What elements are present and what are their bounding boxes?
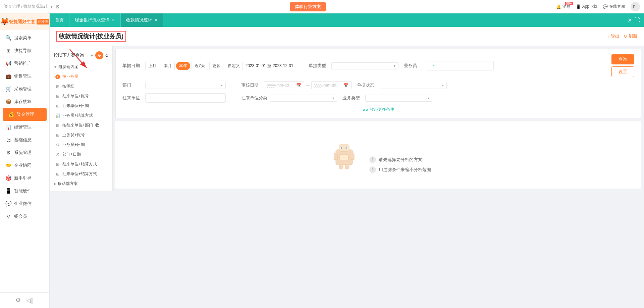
scheme-item-by-unit-settle1[interactable]: ⊞ 往来单位+结算方式	[50, 159, 112, 169]
salesman-more-icon[interactable]: ···	[431, 63, 435, 69]
top-header-left: 资金管理 / 收款情况统计 ▾ ⚙	[4, 4, 60, 10]
sidebar-item-operations[interactable]: 📊 经营管理	[0, 121, 49, 134]
scheme-item-by-unit-settle2[interactable]: ⊞ 往来单位+结算方式	[50, 169, 112, 179]
collection-stats-tab-close[interactable]: ✕	[154, 18, 158, 22]
scheme-label-by-unit-settle2: 往来单位+结算方式	[62, 171, 97, 177]
date-btn-自定义[interactable]: 自定义	[225, 62, 243, 70]
scheme-item-by-salesman-date[interactable]: ⚙ 业务员+日期	[50, 140, 112, 150]
dropdown-icon[interactable]: ▾	[50, 4, 53, 9]
voucher-type-select[interactable]: ▾	[331, 62, 398, 69]
empty-state: 1 请先选择要分析的方案 2 用过滤条件来缩小分析范围	[115, 121, 641, 189]
sidebar-item-system[interactable]: ⚙ 系统管理	[0, 146, 49, 159]
mobile-scheme-section[interactable]: ▶ 移动端方案	[50, 179, 112, 189]
svg-rect-8	[334, 153, 337, 160]
review-date-from[interactable]: yyyy-mm-dd 📅	[264, 81, 304, 89]
sidebar-label-sales: 销售管理	[14, 73, 32, 79]
sidebar-item-quick-nav[interactable]: ⊞ 快捷导航	[0, 44, 49, 57]
search-panel: 单据日期 上月本月本年近7天更多自定义 2023-01-01 至 2023-12…	[115, 49, 641, 118]
tab-maximize-icon[interactable]: ⛶	[635, 17, 640, 23]
sidebar-label-member: 畅会员	[14, 213, 27, 219]
sidebar-item-smart-hw[interactable]: 📱 智能硬件	[0, 185, 49, 197]
salesman-select[interactable]: ···	[427, 61, 494, 70]
sidebar-item-sales[interactable]: 💼 销售管理	[0, 70, 49, 83]
app-download-area[interactable]: 📱 App下载	[576, 4, 597, 9]
date-btn-上月[interactable]: 上月	[145, 62, 159, 70]
scheme-item-by-unit-account[interactable]: ⊞ 往来单位+账号	[50, 91, 112, 101]
scheme-icon-by-unit-settle2: ⊞	[55, 171, 60, 177]
date-btn-更多[interactable]: 更多	[209, 62, 223, 70]
sidebar-item-basic-info[interactable]: 🗂 基础信息	[0, 134, 49, 146]
refresh-button[interactable]: ↻ 刷新	[624, 33, 637, 39]
online-service-label: 在线客服	[609, 4, 625, 9]
sidebar-item-marketing[interactable]: 📢 营销推广	[0, 57, 49, 70]
sidebar-item-corp-collab[interactable]: 🤝 企业协同	[0, 159, 49, 172]
date-btn-近7天[interactable]: 近7天	[192, 62, 208, 70]
dept-label: 部门	[122, 82, 143, 88]
add-scheme-btn[interactable]: +	[91, 53, 93, 58]
logo-area: 🦊 畅捷通好生意 标准版	[0, 13, 49, 30]
sidebar-icon-sales: 💼	[5, 73, 11, 79]
scheme-item-by-unit-date[interactable]: ⊞ 往来单位+日期	[50, 101, 112, 111]
review-date-to[interactable]: yyyy-mm-dd 📅	[311, 81, 352, 89]
user-avatar[interactable]: Rit	[631, 2, 640, 11]
query-button[interactable]: 查询	[611, 54, 634, 64]
scheme-item-by-unit-dept[interactable]: ⊞ 按往来单位+部门+收...	[50, 120, 112, 130]
counterpart-select[interactable]: ···	[145, 93, 226, 103]
tab-bank-flow[interactable]: 现金银行流水查询 ✕	[69, 13, 121, 27]
sidebar-item-new-guide[interactable]: 🎯 新手引导	[0, 172, 49, 185]
sidebar-settings-btn[interactable]: ⚙	[14, 295, 22, 305]
pc-section-label: 电脑端方案	[58, 64, 78, 70]
counterpart-more-icon[interactable]: ···	[150, 95, 154, 101]
date-field-label: 单据日期	[122, 63, 143, 69]
left-panel: 按以下方案查询 + ⚙ «	[50, 46, 113, 191]
scheme-item-by-salesman-account[interactable]: ⊞ 业务员+账号	[50, 130, 112, 140]
collapse-button[interactable]: ∧∧ 收起更多条件	[363, 107, 394, 112]
messages-area[interactable]: 🔔 消息 99+	[556, 4, 571, 9]
sidebar-collapse-btn[interactable]: ◁‖	[25, 295, 35, 305]
voucher-status-select[interactable]: ▾	[380, 82, 447, 89]
online-service-area[interactable]: 💬 在线客服	[603, 4, 625, 9]
sidebar-item-corp-wechat[interactable]: 💬 企业微信	[0, 197, 49, 210]
content-area: 首页 现金银行流水查询 ✕ 收款情况统计 ✕ ✕ ⛶ 收款情况统计(按业务员)	[50, 13, 644, 308]
trial-button[interactable]: 体验行业方案	[290, 2, 326, 11]
sidebar-icon-operations: 📊	[5, 124, 11, 130]
set-button[interactable]: 设置	[611, 66, 634, 77]
svg-point-7	[346, 147, 347, 149]
scheme-settings-btn[interactable]: ⚙	[95, 51, 103, 59]
tab-collection-stats[interactable]: 收款情况统计 ✕	[121, 13, 163, 27]
svg-rect-11	[345, 164, 349, 169]
tab-home[interactable]: 首页	[50, 13, 69, 27]
tab-close-all-icon[interactable]: ✕	[628, 17, 632, 23]
export-label: 导出	[611, 33, 620, 39]
dept-select[interactable]: ▾	[145, 82, 226, 89]
scheme-items-container: ● 按业务员 ⊞ 按明细 ⊞ 往来单位+账号 ⊞ 往来单位+日期 📊 业务员+结…	[50, 72, 112, 179]
scheme-label-by-salesman-account: 业务员+账号	[62, 132, 85, 138]
sidebar-item-search-menu[interactable]: 🔍 搜索菜单	[0, 32, 49, 44]
sidebar-item-member[interactable]: V 畅会员	[0, 210, 49, 223]
scheme-item-by-dept-date[interactable]: ⏱ 部门+日期	[50, 150, 112, 159]
svg-rect-12	[340, 155, 348, 160]
date-btn-本月[interactable]: 本月	[161, 62, 175, 70]
collapse-panel-btn[interactable]: «	[105, 52, 108, 58]
sidebar-item-finance[interactable]: 💰 资金管理	[3, 108, 47, 121]
bank-flow-tab-close[interactable]: ✕	[112, 18, 115, 22]
biz-type-select[interactable]: ▾	[365, 95, 432, 102]
left-panel-title: 按以下方案查询	[54, 52, 84, 58]
settings-icon[interactable]: ⚙	[55, 4, 60, 10]
date-btn-本年[interactable]: 本年	[176, 62, 190, 70]
scheme-item-by-detail[interactable]: ⊞ 按明细	[50, 82, 112, 91]
sidebar-icon-search-menu: 🔍	[5, 35, 11, 41]
scheme-label-by-salesman-settle: 业务员+结算方式	[62, 113, 93, 118]
counterpart-class-select[interactable]: ▾	[270, 95, 337, 102]
sidebar-label-purchase: 采购管理	[14, 86, 32, 92]
pc-scheme-section[interactable]: ▼ 电脑端方案	[50, 62, 112, 72]
sidebar-item-purchase[interactable]: 🛒 采购管理	[0, 83, 49, 95]
scheme-item-by-salesman-settle[interactable]: 📊 业务员+结算方式	[50, 111, 112, 120]
export-button[interactable]: ↑ 导出	[607, 33, 620, 39]
biz-type-chevron: ▾	[428, 96, 429, 100]
scheme-item-by-salesman[interactable]: ● 按业务员	[50, 72, 112, 82]
sidebar-item-inventory[interactable]: 📦 库存核算	[0, 95, 49, 108]
empty-tip-1: 1 请先选择要分析的方案	[369, 156, 431, 163]
pc-section-arrow: ▼	[54, 65, 57, 69]
svg-rect-10	[339, 164, 343, 169]
